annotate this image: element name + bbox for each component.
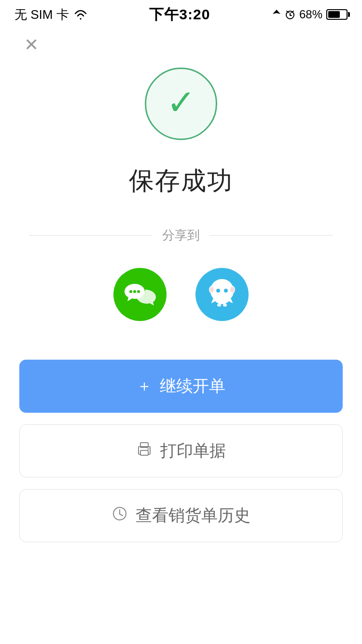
battery-indicator	[326, 9, 348, 20]
svg-point-6	[137, 290, 140, 293]
print-label: 打印单据	[160, 440, 226, 462]
share-divider: 分享到	[0, 227, 362, 244]
continue-order-label: 继续开单	[160, 375, 225, 397]
svg-point-13	[210, 287, 214, 293]
svg-point-4	[129, 290, 132, 293]
svg-point-8	[224, 289, 228, 293]
action-buttons: ＋ 继续开单 打印单据	[0, 360, 362, 542]
svg-point-5	[133, 290, 136, 293]
close-button[interactable]: ✕	[19, 33, 43, 57]
alarm-icon	[285, 9, 295, 20]
history-label: 查看销货单历史	[136, 504, 251, 527]
close-icon: ✕	[24, 36, 39, 54]
battery-fill	[328, 11, 340, 18]
carrier-label: 无 SIM 卡	[14, 6, 69, 23]
svg-line-21	[120, 514, 123, 516]
share-qq-button[interactable]	[195, 268, 249, 321]
main-content: ✓ 保存成功 分享到	[0, 29, 362, 542]
location-icon	[272, 9, 281, 20]
wechat-icon	[124, 281, 156, 308]
status-left: 无 SIM 卡	[14, 6, 87, 23]
print-button[interactable]: 打印单据	[19, 424, 343, 477]
svg-rect-9	[217, 304, 221, 307]
divider-line-right	[209, 235, 333, 236]
printer-icon	[136, 441, 153, 461]
svg-rect-10	[223, 304, 227, 307]
checkmark-icon: ✓	[167, 85, 195, 120]
qq-icon	[207, 277, 237, 312]
view-history-button[interactable]: 查看销货单历史	[19, 489, 343, 542]
svg-rect-17	[140, 450, 148, 455]
clock-icon	[111, 505, 128, 526]
status-right: 68%	[272, 8, 348, 21]
status-bar: 无 SIM 卡 下午3:20 68%	[0, 0, 362, 29]
continue-order-button[interactable]: ＋ 继续开单	[19, 360, 343, 413]
share-icons-row	[113, 268, 249, 321]
time-display: 下午3:20	[149, 5, 210, 25]
plus-icon: ＋	[137, 376, 152, 397]
battery-percent: 68%	[299, 8, 322, 21]
divider-line-left	[29, 235, 153, 236]
share-label: 分享到	[162, 227, 200, 244]
success-circle: ✓	[145, 68, 217, 140]
svg-point-7	[216, 289, 220, 293]
success-title: 保存成功	[129, 164, 233, 198]
svg-point-14	[230, 287, 234, 293]
share-wechat-button[interactable]	[113, 268, 167, 321]
svg-point-18	[148, 448, 149, 450]
wifi-icon	[74, 9, 87, 20]
